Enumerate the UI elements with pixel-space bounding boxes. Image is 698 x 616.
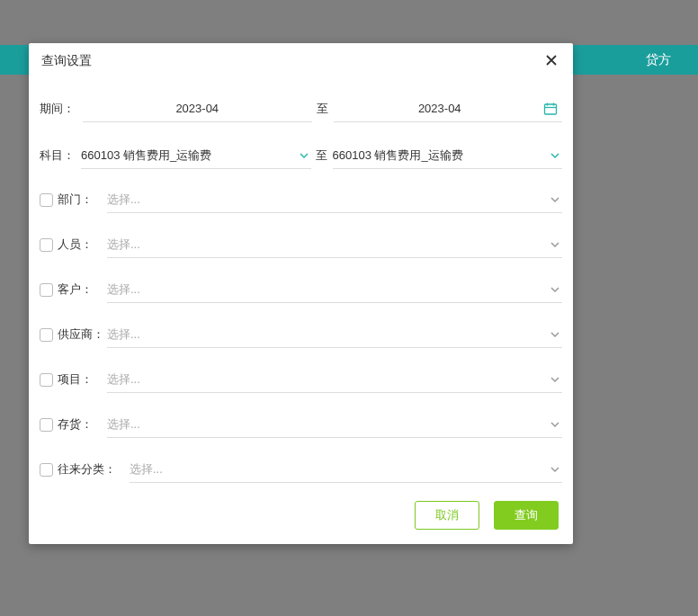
modal-body[interactable]: 期间： 2023-04 至 2023-04 [29,79,573,487]
period-to-value: 2023-04 [337,102,543,115]
subject-label: 科目： [40,147,81,164]
period-label: 期间： [40,101,83,117]
confirm-button[interactable]: 查询 [494,501,559,530]
cancel-button[interactable]: 取消 [415,501,479,530]
filter-row: 项目：选择... [40,365,562,394]
filter-checkbox[interactable] [40,328,53,342]
row-period: 期间： 2023-04 至 2023-04 [40,95,562,122]
filter-select[interactable]: 选择... [107,411,562,438]
svg-rect-0 [545,104,557,114]
modal-footer: 取消 查询 [29,487,573,544]
filter-select[interactable]: 选择... [107,231,562,258]
modal-title: 查询设置 [41,53,542,69]
calendar-icon[interactable] [542,101,559,117]
select-placeholder: 选择... [107,192,548,208]
period-from-value: 2023-04 [86,102,309,115]
period-to-field[interactable]: 2023-04 [334,95,563,122]
filter-checkbox[interactable] [40,238,53,252]
filter-label: 项目： [58,371,107,388]
period-from-field[interactable]: 2023-04 [83,95,312,122]
filter-select[interactable]: 选择... [130,456,562,483]
filter-row: 供应商：选择... [40,320,562,349]
filter-checkbox[interactable] [40,418,53,432]
row-subject: 科目： 660103 销售费用_运输费 至 660103 销售费用_运输费 [40,142,562,169]
chevron-down-icon [548,282,562,297]
chevron-down-icon [548,372,562,387]
filter-row: 人员：选择... [40,230,562,259]
chevron-down-icon [548,417,562,432]
close-button[interactable] [542,52,560,70]
close-icon [545,54,558,69]
chevron-down-icon [548,237,562,252]
top-bar-right-label: 贷方 [646,45,671,75]
subject-to-value: 660103 销售费用_运输费 [333,147,549,164]
filter-select[interactable]: 选择... [107,276,562,303]
period-to-label: 至 [312,101,334,117]
select-placeholder: 选择... [107,371,548,388]
select-placeholder: 选择... [130,461,548,478]
filter-checkbox[interactable] [40,463,53,477]
chevron-down-icon [548,327,562,342]
query-settings-modal: 查询设置 期间： 2023-04 至 2023-04 [29,43,573,544]
select-placeholder: 选择... [107,237,548,253]
filter-label: 存货： [58,416,107,433]
filter-checkbox[interactable] [40,283,53,297]
filter-select[interactable]: 选择... [107,366,562,393]
filter-row: 往来分类：选择... [40,455,562,484]
filter-label: 供应商： [58,326,107,343]
select-placeholder: 选择... [107,416,548,433]
filter-row: 部门：选择... [40,185,562,214]
filter-select[interactable]: 选择... [107,321,562,348]
filter-row: 存货：选择... [40,410,562,439]
filter-label: 往来分类： [58,461,130,478]
filter-select[interactable]: 选择... [107,186,562,213]
chevron-down-icon [548,192,562,207]
filter-label: 客户： [58,281,107,298]
subject-from-field[interactable]: 660103 销售费用_运输费 [81,142,311,169]
filter-row: 客户：选择... [40,275,562,304]
filter-checkbox[interactable] [40,373,53,387]
chevron-down-icon [548,462,562,477]
subject-from-value: 660103 销售费用_运输费 [81,147,297,164]
subject-to-field[interactable]: 660103 销售费用_运输费 [333,142,563,169]
filter-label: 人员： [58,237,107,253]
select-placeholder: 选择... [107,326,548,343]
chevron-down-icon [297,148,311,163]
select-placeholder: 选择... [107,281,548,298]
subject-to-label: 至 [311,147,333,164]
filter-label: 部门： [58,192,107,208]
filter-checkbox[interactable] [40,193,53,207]
chevron-down-icon [548,148,562,163]
modal-header: 查询设置 [29,43,573,79]
